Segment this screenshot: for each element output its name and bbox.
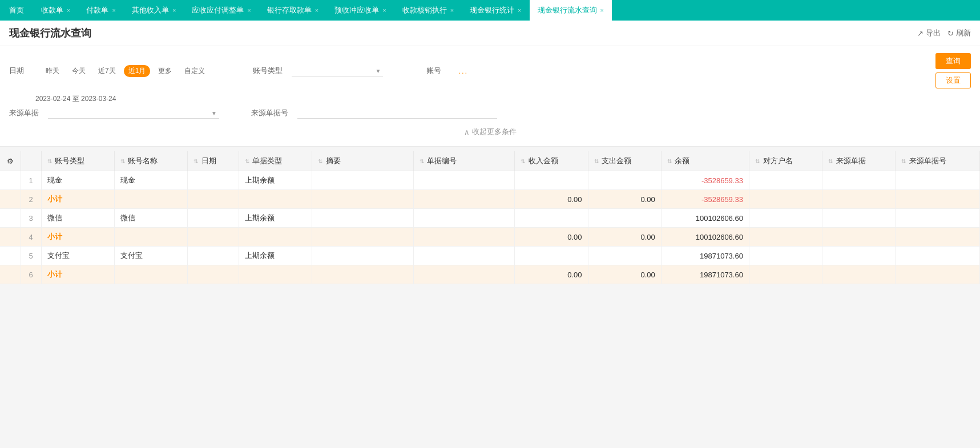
cell-balance: 19871073.60 xyxy=(661,247,749,265)
cell-source-doc xyxy=(822,247,896,265)
cell-income xyxy=(515,171,588,190)
th-gear[interactable]: ⚙ xyxy=(0,151,21,171)
th-counter-party[interactable]: ⇅ 对方户名 xyxy=(749,151,822,171)
cell-source-doc-no xyxy=(896,209,980,228)
nav-close-icon[interactable]: × xyxy=(600,7,604,14)
nav-item-adjustment[interactable]: 应收应付调整单 × xyxy=(184,0,259,21)
nav-item-cash-flow[interactable]: 现金银行流水查询 × xyxy=(530,0,612,21)
cell-summary xyxy=(312,265,413,284)
nav-close-icon[interactable]: × xyxy=(172,7,176,14)
cell-account-type: 现金 xyxy=(41,171,114,190)
th-summary[interactable]: ⇅ 摘要 xyxy=(312,151,413,171)
th-income[interactable]: ⇅ 收入金额 xyxy=(515,151,588,171)
source-doc-select[interactable] xyxy=(48,107,219,119)
account-type-label: 账号类型 xyxy=(253,66,283,76)
cell-source-doc xyxy=(822,228,896,247)
table-row: 4小计0.000.00100102606.60 xyxy=(0,228,980,247)
cell-date xyxy=(187,209,239,228)
collapse-label: 收起更多条件 xyxy=(472,127,517,137)
source-doc-num-input[interactable] xyxy=(297,107,497,119)
top-navigation: 首页 收款单 × 付款单 × 其他收入单 × 应收应付调整单 × 银行存取款单 … xyxy=(0,0,980,21)
right-buttons: 查询 设置 xyxy=(935,53,971,88)
account-type-select-wrapper: ▼ xyxy=(292,65,383,76)
gear-cell xyxy=(0,171,21,190)
gear-icon: ⚙ xyxy=(7,157,14,166)
refresh-icon: ↻ xyxy=(947,29,954,38)
refresh-button[interactable]: ↻ 刷新 xyxy=(947,28,971,38)
th-doc-no[interactable]: ⇅ 单据编号 xyxy=(413,151,515,171)
row-index: 5 xyxy=(21,247,41,265)
nav-close-icon[interactable]: × xyxy=(382,7,386,14)
nav-close-icon[interactable]: × xyxy=(518,7,521,14)
cell-account-type: 小计 xyxy=(41,228,114,247)
nav-home[interactable]: 首页 xyxy=(0,0,33,21)
nav-close-icon[interactable]: × xyxy=(112,7,115,14)
cell-income xyxy=(515,209,588,228)
date-btn-yesterday[interactable]: 昨天 xyxy=(41,65,64,77)
cell-source-doc-no xyxy=(896,228,980,247)
date-btn-1month[interactable]: 近1月 xyxy=(124,65,151,77)
cell-counter-party xyxy=(749,171,822,190)
sort-icon: ⇅ xyxy=(901,158,906,164)
date-range-display: 2023-02-24 至 2023-03-24 xyxy=(35,95,116,103)
cell-date xyxy=(187,265,239,284)
cell-date xyxy=(187,171,239,190)
collapse-bar[interactable]: ∧ 收起更多条件 xyxy=(9,124,971,139)
th-source-doc-no[interactable]: ⇅ 来源单据号 xyxy=(896,151,980,171)
table-row: 2小计0.000.00-3528659.33 xyxy=(0,190,980,209)
cell-account-type: 小计 xyxy=(41,190,114,209)
nav-item-receipts[interactable]: 收款单 × xyxy=(33,0,78,21)
nav-item-bank-deposit[interactable]: 银行存取款单 × xyxy=(259,0,326,21)
cell-expense: 0.00 xyxy=(588,190,661,209)
cell-balance: 100102606.60 xyxy=(661,228,749,247)
cell-doc-type: 上期余额 xyxy=(239,247,312,265)
nav-item-other-income[interactable]: 其他收入单 × xyxy=(124,0,184,21)
date-btn-today[interactable]: 今天 xyxy=(67,65,90,77)
source-doc-num-label: 来源单据号 xyxy=(251,108,288,118)
cell-expense xyxy=(588,171,661,190)
nav-item-advance[interactable]: 预收冲应收单 × xyxy=(326,0,394,21)
th-doc-type[interactable]: ⇅ 单据类型 xyxy=(239,151,312,171)
sort-icon: ⇅ xyxy=(193,158,198,164)
cell-doc-no xyxy=(413,247,515,265)
cell-doc-no xyxy=(413,228,515,247)
header-actions: ↗ 导出 ↻ 刷新 xyxy=(917,28,971,38)
nav-item-payment[interactable]: 付款单 × xyxy=(78,0,123,21)
page-title: 现金银行流水查询 xyxy=(9,26,91,40)
settings-button[interactable]: 设置 xyxy=(935,72,971,88)
cell-source-doc-no xyxy=(896,190,980,209)
th-account-name[interactable]: ⇅ 账号名称 xyxy=(114,151,187,171)
th-account-type[interactable]: ⇅ 账号类型 xyxy=(41,151,114,171)
nav-close-icon[interactable]: × xyxy=(315,7,318,14)
sort-icon: ⇅ xyxy=(47,158,52,164)
cell-counter-party xyxy=(749,190,822,209)
date-filter-label: 日期 xyxy=(9,66,32,76)
query-button[interactable]: 查询 xyxy=(935,53,971,69)
th-source-doc[interactable]: ⇅ 来源单据 xyxy=(822,151,896,171)
nav-home-label: 首页 xyxy=(9,5,24,15)
nav-item-writeoff[interactable]: 收款核销执行 × xyxy=(394,0,462,21)
date-btn-7days[interactable]: 近7天 xyxy=(94,65,120,77)
th-balance[interactable]: ⇅ 余额 xyxy=(661,151,749,171)
nav-close-icon[interactable]: × xyxy=(450,7,454,14)
export-button[interactable]: ↗ 导出 xyxy=(917,28,941,38)
date-btn-custom[interactable]: 自定义 xyxy=(180,65,209,77)
table-row: 3微信微信上期余额100102606.60 xyxy=(0,209,980,228)
cell-account-name: 现金 xyxy=(114,171,187,190)
date-btn-more[interactable]: 更多 xyxy=(154,65,176,77)
account-more-dots[interactable]: ... xyxy=(458,67,468,75)
sort-icon: ⇅ xyxy=(420,158,424,164)
cell-doc-type xyxy=(239,228,312,247)
nav-item-cash-stats[interactable]: 现金银行统计 × xyxy=(462,0,529,21)
cell-doc-type xyxy=(239,265,312,284)
th-date[interactable]: ⇅ 日期 xyxy=(187,151,239,171)
row-index: 2 xyxy=(21,190,41,209)
cell-source-doc-no xyxy=(896,171,980,190)
account-type-select[interactable] xyxy=(292,65,383,76)
th-expense[interactable]: ⇅ 支出金额 xyxy=(588,151,661,171)
nav-close-icon[interactable]: × xyxy=(67,7,70,14)
cell-doc-no xyxy=(413,171,515,190)
export-label: 导出 xyxy=(926,28,941,38)
cell-account-name: 支付宝 xyxy=(114,247,187,265)
nav-close-icon[interactable]: × xyxy=(247,7,251,14)
